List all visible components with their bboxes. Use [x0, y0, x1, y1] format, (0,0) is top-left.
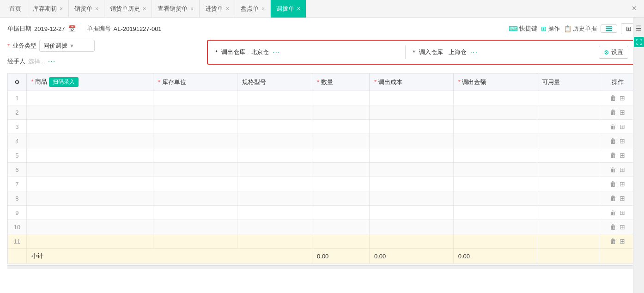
row-spec-2[interactable] [237, 105, 312, 120]
tab-inventory-init[interactable]: 库存期初 × [27, 0, 69, 18]
to-warehouse-more-button[interactable]: ··· [470, 48, 478, 56]
row-amount-1[interactable] [453, 91, 537, 105]
history-button[interactable]: 📋 历史单据 [564, 24, 597, 33]
row-available-9[interactable] [537, 206, 599, 220]
copy-icon-5[interactable]: ⊞ [620, 152, 625, 159]
row-unit-2[interactable] [153, 105, 237, 120]
row-cost-3[interactable] [369, 120, 453, 134]
row-spec-1[interactable] [237, 91, 312, 105]
delete-icon-1[interactable]: 🗑 [610, 94, 616, 102]
row-unit-9[interactable] [153, 206, 237, 220]
row-product-11[interactable] [26, 234, 153, 249]
row-qty-8[interactable] [312, 191, 370, 206]
row-qty-3[interactable] [312, 120, 370, 134]
row-unit-11[interactable] [153, 234, 237, 249]
row-spec-6[interactable] [237, 163, 312, 177]
handler-placeholder[interactable]: 选择... [28, 57, 45, 66]
row-product-5[interactable] [26, 148, 153, 163]
copy-icon-10[interactable]: ⊞ [620, 223, 625, 231]
row-available-6[interactable] [537, 163, 599, 177]
delete-icon-9[interactable]: 🗑 [610, 209, 616, 216]
row-available-3[interactable] [537, 120, 599, 134]
delete-icon-8[interactable]: 🗑 [610, 195, 616, 202]
row-amount-8[interactable] [453, 191, 537, 206]
copy-icon-1[interactable]: ⊞ [620, 94, 625, 102]
row-cost-1[interactable] [369, 91, 453, 105]
row-qty-6[interactable] [312, 163, 370, 177]
copy-icon-11[interactable]: ⊞ [620, 238, 625, 245]
tab-inventory-check[interactable]: 盘点单 × [235, 0, 271, 18]
row-product-3[interactable] [26, 120, 153, 134]
row-available-11[interactable] [537, 234, 599, 249]
row-qty-10[interactable] [312, 220, 370, 234]
close-sales-order[interactable]: × [95, 6, 98, 12]
row-spec-3[interactable] [237, 120, 312, 134]
delete-icon-11[interactable]: 🗑 [610, 238, 616, 245]
row-qty-5[interactable] [312, 148, 370, 163]
tab-home[interactable]: 首页 [4, 0, 27, 18]
row-amount-9[interactable] [453, 206, 537, 220]
row-qty-4[interactable] [312, 134, 370, 148]
row-cost-9[interactable] [369, 206, 453, 220]
row-qty-7[interactable] [312, 177, 370, 191]
row-unit-6[interactable] [153, 163, 237, 177]
close-all-tabs[interactable]: × [628, 4, 640, 13]
row-spec-4[interactable] [237, 134, 312, 148]
delete-icon-7[interactable]: 🗑 [610, 180, 616, 188]
row-qty-9[interactable] [312, 206, 370, 220]
biz-type-select[interactable]: 同价调拨 ▼ [39, 40, 95, 52]
close-view-sales[interactable]: × [190, 6, 194, 12]
row-unit-4[interactable] [153, 134, 237, 148]
row-available-4[interactable] [537, 134, 599, 148]
tab-purchase-order[interactable]: 进货单 × [200, 0, 235, 18]
sidebar-expand-icon[interactable]: ⛶ [634, 37, 644, 47]
scan-button[interactable]: 扫码录入 [49, 77, 79, 87]
row-available-10[interactable] [537, 220, 599, 234]
copy-icon-7[interactable]: ⊞ [620, 180, 625, 188]
row-amount-4[interactable] [453, 134, 537, 148]
shortcut-button[interactable]: ⌨ 快捷键 [509, 24, 537, 33]
row-available-8[interactable] [537, 191, 599, 206]
row-qty-2[interactable] [312, 105, 370, 120]
row-unit-1[interactable] [153, 91, 237, 105]
row-product-4[interactable] [26, 134, 153, 148]
row-spec-5[interactable] [237, 148, 312, 163]
row-cost-10[interactable] [369, 220, 453, 234]
delete-icon-3[interactable]: 🗑 [610, 123, 616, 130]
row-unit-7[interactable] [153, 177, 237, 191]
bottom-scrollbar[interactable] [7, 265, 637, 269]
copy-icon-3[interactable]: ⊞ [620, 123, 625, 130]
row-amount-7[interactable] [453, 177, 537, 191]
tab-sales-order[interactable]: 销货单 × [69, 0, 104, 18]
row-unit-8[interactable] [153, 191, 237, 206]
from-warehouse-more-button[interactable]: ··· [273, 48, 280, 56]
row-unit-5[interactable] [153, 148, 237, 163]
close-transfer-order[interactable]: × [297, 6, 300, 12]
row-spec-7[interactable] [237, 177, 312, 191]
setting-button[interactable]: ⚙ 设置 [599, 46, 628, 59]
row-cost-4[interactable] [369, 134, 453, 148]
close-sales-history[interactable]: × [143, 6, 146, 12]
tab-transfer-order[interactable]: 调拨单 × [271, 0, 306, 18]
row-cost-11[interactable] [369, 234, 453, 249]
row-product-7[interactable] [26, 177, 153, 191]
delete-icon-2[interactable]: 🗑 [610, 109, 616, 116]
row-spec-8[interactable] [237, 191, 312, 206]
row-available-7[interactable] [537, 177, 599, 191]
row-product-6[interactable] [26, 163, 153, 177]
row-amount-2[interactable] [453, 105, 537, 120]
handler-more-button[interactable]: ··· [48, 57, 55, 66]
copy-icon-8[interactable]: ⊞ [620, 195, 625, 202]
row-spec-11[interactable] [237, 234, 312, 249]
tab-sales-history[interactable]: 销货单历史 × [104, 0, 152, 18]
copy-icon-9[interactable]: ⊞ [620, 209, 625, 216]
copy-icon-4[interactable]: ⊞ [620, 137, 625, 145]
row-amount-6[interactable] [453, 163, 537, 177]
row-product-10[interactable] [26, 220, 153, 234]
row-cost-7[interactable] [369, 177, 453, 191]
row-product-1[interactable] [26, 91, 153, 105]
row-cost-5[interactable] [369, 148, 453, 163]
copy-icon-6[interactable]: ⊞ [620, 166, 625, 173]
row-unit-10[interactable] [153, 220, 237, 234]
row-amount-5[interactable] [453, 148, 537, 163]
